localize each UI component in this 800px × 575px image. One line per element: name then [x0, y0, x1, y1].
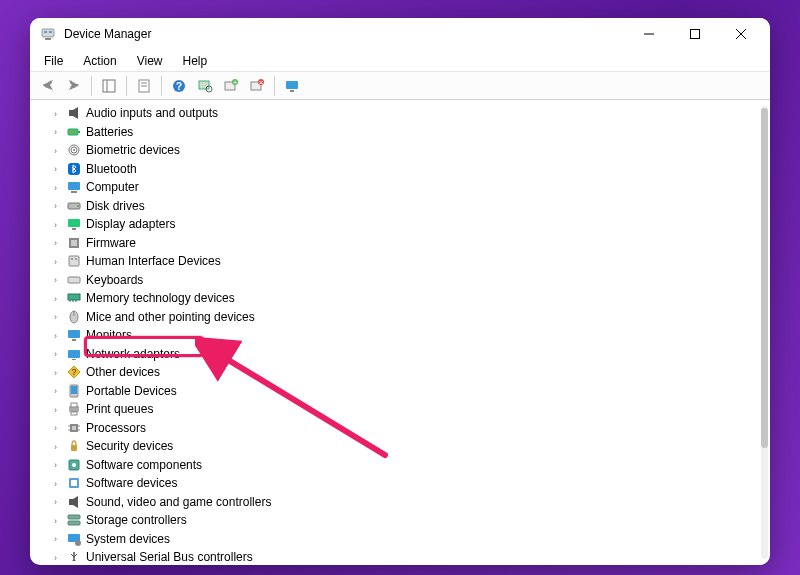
chevron-right-icon[interactable]: ›: [50, 182, 61, 193]
chevron-right-icon[interactable]: ›: [50, 145, 61, 156]
tree-item-disk[interactable]: ›Disk drives: [36, 197, 760, 216]
keyboard-icon: [66, 272, 82, 288]
device-category-label: Human Interface Devices: [86, 254, 221, 268]
chevron-right-icon[interactable]: ›: [50, 459, 61, 470]
svg-rect-3: [45, 38, 51, 40]
properties-button[interactable]: [132, 75, 156, 97]
security-icon: [66, 438, 82, 454]
chevron-right-icon[interactable]: ›: [50, 348, 61, 359]
chevron-right-icon[interactable]: ›: [50, 422, 61, 433]
tree-item-network[interactable]: ›Network adapters: [36, 345, 760, 364]
tree-item-printer[interactable]: ›Print queues: [36, 400, 760, 419]
tree-item-portable[interactable]: ›Portable Devices: [36, 382, 760, 401]
scan-icon: [197, 78, 213, 94]
scan-button[interactable]: [193, 75, 217, 97]
forward-button[interactable]: ⮞: [62, 75, 86, 97]
tree-item-bluetooth[interactable]: ›Bluetooth: [36, 160, 760, 179]
chevron-right-icon[interactable]: ›: [50, 219, 61, 230]
chevron-right-icon[interactable]: ›: [50, 200, 61, 211]
chevron-right-icon[interactable]: ›: [50, 496, 61, 507]
chevron-right-icon[interactable]: ›: [50, 367, 61, 378]
tree-item-storage[interactable]: ›Storage controllers: [36, 511, 760, 530]
svg-rect-28: [78, 131, 80, 133]
chevron-right-icon[interactable]: ›: [50, 163, 61, 174]
minimize-button[interactable]: [626, 18, 672, 50]
menu-view[interactable]: View: [129, 52, 171, 70]
svg-rect-1: [44, 31, 47, 33]
device-category-label: Software components: [86, 458, 202, 472]
tree-item-firmware[interactable]: ›Firmware: [36, 234, 760, 253]
chevron-right-icon[interactable]: ›: [50, 293, 61, 304]
chevron-right-icon[interactable]: ›: [50, 385, 61, 396]
device-category-label: Display adapters: [86, 217, 175, 231]
chevron-right-icon[interactable]: ›: [50, 552, 61, 561]
show-hide-tree-button[interactable]: [97, 75, 121, 97]
close-button[interactable]: [718, 18, 764, 50]
chevron-right-icon[interactable]: ›: [50, 404, 61, 415]
tree-item-other[interactable]: ›?Other devices: [36, 363, 760, 382]
svg-rect-55: [68, 350, 80, 358]
svg-rect-8: [103, 80, 115, 92]
titlebar[interactable]: Device Manager: [30, 18, 770, 50]
toolbar: ⮜ ⮞ ? + ×: [30, 72, 770, 100]
menu-file[interactable]: File: [36, 52, 71, 70]
tree-item-security[interactable]: ›Security devices: [36, 437, 760, 456]
app-icon: [40, 26, 56, 42]
remove-icon: ×: [249, 78, 265, 94]
chevron-right-icon[interactable]: ›: [50, 478, 61, 489]
tree-item-computer[interactable]: ›Computer: [36, 178, 760, 197]
menu-help[interactable]: Help: [175, 52, 216, 70]
device-category-label: Bluetooth: [86, 162, 137, 176]
help-icon: ?: [171, 78, 187, 94]
tree-item-keyboard[interactable]: ›Keyboards: [36, 271, 760, 290]
tree-item-speaker[interactable]: ›Audio inputs and outputs: [36, 104, 760, 123]
svg-rect-63: [71, 412, 77, 415]
tree-item-monitor[interactable]: ›Monitors: [36, 326, 760, 345]
monitor-button[interactable]: [280, 75, 304, 97]
svg-point-36: [77, 205, 79, 207]
chevron-right-icon[interactable]: ›: [50, 126, 61, 137]
svg-rect-33: [68, 182, 80, 190]
tree-item-software-comp[interactable]: ›Software components: [36, 456, 760, 475]
chevron-right-icon[interactable]: ›: [50, 108, 61, 119]
device-category-label: Monitors: [86, 328, 132, 342]
device-category-label: Print queues: [86, 402, 153, 416]
svg-point-31: [73, 149, 75, 151]
maximize-button[interactable]: [672, 18, 718, 50]
device-category-label: Biometric devices: [86, 143, 180, 157]
chevron-right-icon[interactable]: ›: [50, 311, 61, 322]
device-category-label: Keyboards: [86, 273, 143, 287]
tree-item-mouse[interactable]: ›Mice and other pointing devices: [36, 308, 760, 327]
scrollbar-thumb[interactable]: [761, 108, 768, 448]
panel-icon: [101, 78, 117, 94]
software-comp-icon: [66, 457, 82, 473]
svg-rect-24: [290, 90, 294, 92]
remove-button[interactable]: ×: [245, 75, 269, 97]
add-hardware-button[interactable]: +: [219, 75, 243, 97]
tree-item-display[interactable]: ›Display adapters: [36, 215, 760, 234]
back-button[interactable]: ⮜: [36, 75, 60, 97]
tree-item-usb[interactable]: ›Universal Serial Bus controllers: [36, 548, 760, 561]
tree-item-sound[interactable]: ›Sound, video and game controllers: [36, 493, 760, 512]
tree-item-hid[interactable]: ›Human Interface Devices: [36, 252, 760, 271]
chevron-right-icon[interactable]: ›: [50, 274, 61, 285]
tree-item-cpu[interactable]: ›Processors: [36, 419, 760, 438]
tree-item-fingerprint[interactable]: ›Biometric devices: [36, 141, 760, 160]
chevron-right-icon[interactable]: ›: [50, 256, 61, 267]
tree-item-battery[interactable]: ›Batteries: [36, 123, 760, 142]
tree-item-memory[interactable]: ›Memory technology devices: [36, 289, 760, 308]
tree-item-system[interactable]: ›System devices: [36, 530, 760, 549]
device-category-label: Security devices: [86, 439, 173, 453]
chevron-right-icon[interactable]: ›: [50, 441, 61, 452]
chevron-right-icon[interactable]: ›: [50, 330, 61, 341]
system-icon: [66, 531, 82, 547]
svg-point-80: [75, 540, 81, 546]
chevron-right-icon[interactable]: ›: [50, 237, 61, 248]
tree-item-software[interactable]: ›Software devices: [36, 474, 760, 493]
chevron-right-icon[interactable]: ›: [50, 515, 61, 526]
menu-action[interactable]: Action: [75, 52, 124, 70]
vertical-scrollbar[interactable]: [761, 106, 768, 559]
chevron-right-icon[interactable]: ›: [50, 533, 61, 544]
svg-rect-47: [68, 294, 80, 300]
help-button[interactable]: ?: [167, 75, 191, 97]
